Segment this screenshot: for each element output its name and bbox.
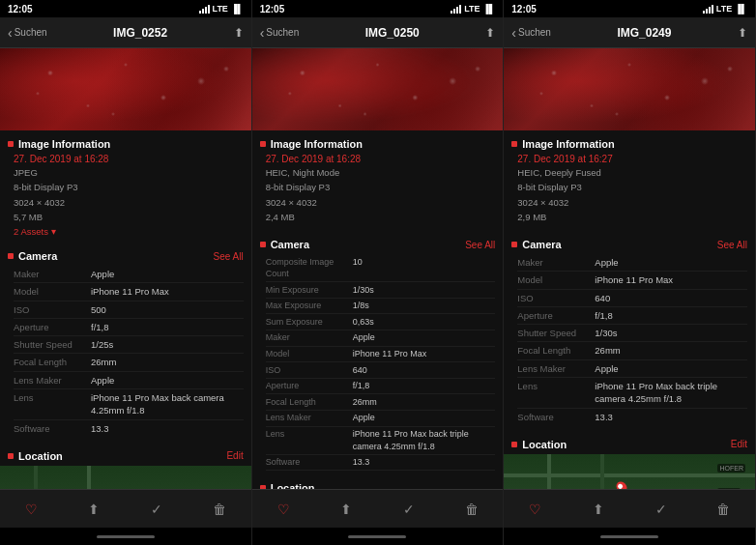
- photo-thumbnail-right: [504, 48, 755, 130]
- image-info-header-left: Image Information: [0, 130, 251, 154]
- camera-row-lens-maker: Lens Maker Apple: [14, 372, 244, 389]
- back-button-middle[interactable]: Suchen: [260, 25, 300, 41]
- rcam-row-model: Model iPhone 11 Pro Max: [517, 272, 747, 289]
- scroll-content-left[interactable]: Image Information 27. Dec 2019 at 16:28 …: [0, 130, 251, 489]
- cam-row-2: Max Exposure 1/8s: [266, 299, 496, 315]
- home-bar-right: [600, 535, 658, 538]
- status-bar-middle: 12:05 LTE ▐▌: [252, 0, 504, 17]
- share-toolbar-btn-right[interactable]: ⬆: [585, 496, 612, 523]
- home-indicator-left: [0, 528, 251, 545]
- assets-arrow-left: [51, 226, 56, 237]
- map-area-left[interactable]: [0, 466, 251, 489]
- image-size-left: 5,7 MB: [14, 211, 244, 224]
- nav-title-left: IMG_0252: [47, 26, 234, 40]
- favorite-button-middle[interactable]: ♡: [270, 496, 297, 523]
- location-title-right: Location: [522, 439, 725, 450]
- rcam-row-iso: ISO 640: [517, 290, 747, 307]
- image-date-right: 27. Dec 2019 at 16:27: [517, 154, 747, 164]
- camera-row-maker: Maker Apple: [14, 266, 244, 283]
- toolbar-left: ♡ ⬆ ✓ 🗑: [0, 489, 251, 528]
- scroll-content-middle[interactable]: Image Information 27. Dec 2019 at 16:28 …: [252, 130, 504, 489]
- rcam-row-maker: Maker Apple: [517, 254, 747, 272]
- section-dot-left: [8, 141, 14, 147]
- image-info-block-right: 27. Dec 2019 at 16:27 HEIC, Deeply Fused…: [504, 154, 755, 231]
- nav-title-right: IMG_0249: [551, 26, 738, 40]
- share-button-right[interactable]: ⬆: [738, 26, 747, 40]
- image-info-header-right: Image Information: [504, 130, 755, 154]
- camera-see-all-right[interactable]: See All: [717, 240, 747, 250]
- camera-see-all-left[interactable]: See All: [214, 251, 244, 262]
- status-icons-middle: LTE ▐▌: [451, 4, 495, 14]
- home-indicator-middle: [252, 528, 504, 545]
- status-icons-left: LTE ▐▌: [199, 4, 244, 14]
- image-date-middle: 27. Dec 2019 at 16:28: [266, 154, 496, 164]
- camera-dot-middle: [260, 242, 266, 247]
- camera-row-focal: Focal Length 26mm: [14, 354, 244, 371]
- camera-row-shutter: Shutter Speed 1/25s: [14, 336, 244, 354]
- camera-info-right: Maker Apple Model iPhone 11 Pro Max ISO …: [504, 254, 755, 431]
- delete-button-right[interactable]: 🗑: [710, 496, 737, 523]
- delete-button-left[interactable]: 🗑: [206, 496, 233, 523]
- image-date-left: 27. Dec 2019 at 16:28: [14, 154, 244, 164]
- signal-icon-right: [703, 5, 713, 14]
- location-edit-right[interactable]: Edit: [731, 439, 747, 449]
- image-colorspace-middle: 8-bit Display P3: [266, 181, 496, 194]
- lte-label-right: LTE: [716, 4, 732, 14]
- delete-button-middle[interactable]: 🗑: [458, 496, 485, 523]
- image-info-title-middle: Image Information: [271, 138, 496, 150]
- camera-row-software: Software 13.3: [14, 420, 244, 437]
- check-button-right[interactable]: ✓: [648, 496, 675, 523]
- camera-title-right: Camera: [522, 239, 712, 250]
- camera-see-all-middle[interactable]: See All: [465, 240, 495, 250]
- assets-link-left[interactable]: 2 Assets: [14, 226, 56, 237]
- image-info-title-right: Image Information: [522, 138, 747, 150]
- camera-row-iso: ISO 500: [14, 301, 244, 319]
- nav-title-middle: IMG_0250: [299, 26, 485, 40]
- location-dot-left: [8, 453, 14, 459]
- share-button-left[interactable]: ⬆: [234, 26, 244, 40]
- image-format-left: JPEG: [14, 166, 244, 180]
- image-format-middle: HEIC, Night Mode: [266, 166, 496, 180]
- location-edit-left[interactable]: Edit: [226, 450, 243, 461]
- section-dot-right: [511, 141, 517, 147]
- share-toolbar-btn-middle[interactable]: ⬆: [333, 496, 360, 523]
- check-button-left[interactable]: ✓: [143, 496, 170, 523]
- status-bar-left: 12:05 LTE ▐▌: [0, 0, 251, 17]
- camera-title-left: Camera: [18, 250, 209, 262]
- check-button-middle[interactable]: ✓: [395, 496, 422, 523]
- image-info-block-left: 27. Dec 2019 at 16:28 JPEG 8-bit Display…: [0, 154, 251, 243]
- back-label-left: Suchen: [15, 27, 47, 38]
- back-button-left[interactable]: Suchen: [8, 25, 47, 41]
- scroll-content-right[interactable]: Image Information 27. Dec 2019 at 16:27 …: [504, 130, 755, 489]
- map-area-right[interactable]: Shell HOFER © electric.com: [504, 454, 755, 489]
- rcam-row-shutter: Shutter Speed 1/30s: [517, 325, 747, 342]
- share-toolbar-btn-left[interactable]: ⬆: [80, 496, 107, 523]
- camera-info-left: Maker Apple Model iPhone 11 Pro Max ISO …: [0, 266, 251, 443]
- back-button-right[interactable]: Suchen: [511, 25, 551, 41]
- photo-thumbnail-middle: [252, 48, 504, 130]
- camera-row-lens: Lens iPhone 11 Pro Max back camera 4.25m…: [14, 389, 244, 420]
- rcam-row-focal: Focal Length 26mm: [517, 342, 747, 359]
- signal-icon-left: [199, 5, 210, 14]
- camera-header-left: Camera See All: [0, 243, 251, 266]
- location-title-left: Location: [18, 450, 221, 462]
- chevron-left-icon-right: [511, 25, 516, 41]
- status-bar-right: 12:05 LTE ▐▌: [504, 0, 755, 17]
- cam-row-9: Lens Maker Apple: [266, 411, 496, 427]
- image-resolution-right: 3024 × 4032: [517, 196, 747, 210]
- cam-row-4: Maker Apple: [266, 330, 496, 347]
- favorite-button-left[interactable]: ♡: [17, 496, 44, 523]
- cam-row-8: Focal Length 26mm: [266, 394, 496, 411]
- camera-row-aperture: Aperture f/1,8: [14, 319, 244, 336]
- image-size-right: 2,9 MB: [517, 211, 747, 224]
- battery-icon-left: ▐▌: [231, 4, 244, 14]
- status-icons-right: LTE ▐▌: [703, 4, 747, 14]
- share-button-middle[interactable]: ⬆: [485, 26, 495, 40]
- lte-label-left: LTE: [213, 4, 228, 14]
- cam-row-10: Lens iPhone 11 Pro Max back triple camer…: [266, 427, 496, 455]
- cam-row-5: Model iPhone 11 Pro Max: [266, 347, 496, 363]
- cam-row-1: Min Exposure 1/30s: [266, 282, 496, 299]
- location-header-middle: Location: [252, 474, 504, 489]
- favorite-button-right[interactable]: ♡: [522, 496, 549, 523]
- camera-dot-left: [8, 253, 14, 259]
